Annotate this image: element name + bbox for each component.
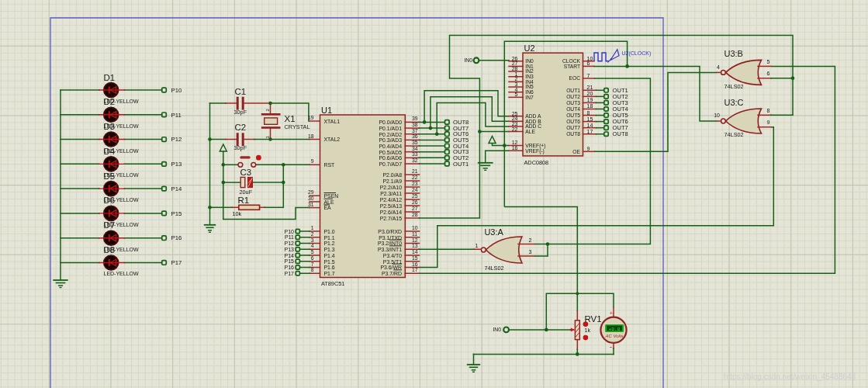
svg-text:36: 36 — [412, 133, 418, 139]
svg-text:IN7: IN7 — [525, 95, 534, 100]
svg-text:XTAL2: XTAL2 — [324, 137, 341, 142]
svg-text:4: 4 — [311, 243, 314, 248]
svg-text:17: 17 — [587, 129, 593, 134]
svg-text:P11: P11 — [285, 234, 294, 240]
svg-text:1: 1 — [475, 243, 479, 248]
svg-text:P1.3: P1.3 — [324, 247, 335, 252]
svg-text:D8: D8 — [104, 245, 116, 255]
svg-text:P0.2/AD2: P0.2/AD2 — [379, 132, 403, 137]
svg-text:22: 22 — [412, 175, 418, 180]
svg-text:OUT7: OUT7 — [566, 125, 580, 130]
svg-text:PSEN: PSEN — [324, 193, 339, 199]
svg-text:32: 32 — [412, 158, 418, 163]
svg-text:P10: P10 — [171, 87, 183, 94]
svg-text:OUT4: OUT4 — [566, 106, 580, 112]
svg-text:OUT1: OUT1 — [453, 161, 469, 168]
svg-text:74LS02: 74LS02 — [484, 265, 503, 272]
svg-text:P14: P14 — [285, 253, 295, 258]
svg-text:10: 10 — [714, 113, 720, 118]
svg-text:P0.4/AD4: P0.4/AD4 — [379, 144, 403, 149]
svg-text:11: 11 — [412, 231, 417, 237]
svg-text:74LS02: 74LS02 — [724, 83, 744, 90]
svg-text:29: 29 — [308, 189, 314, 195]
svg-text:EA: EA — [324, 205, 332, 210]
svg-text:30: 30 — [308, 196, 314, 201]
svg-text:5: 5 — [515, 92, 518, 97]
svg-text:U1: U1 — [321, 106, 332, 115]
svg-text:https;//blog.csdn.net/weixin_4: https;//blog.csdn.net/weixin_45488643 — [724, 372, 856, 381]
svg-text:VREF(-): VREF(-) — [525, 148, 545, 154]
svg-text:P17: P17 — [171, 259, 182, 266]
svg-text:P0.7/AD7: P0.7/AD7 — [379, 161, 403, 167]
svg-text:8: 8 — [767, 108, 770, 113]
svg-text:IN0: IN0 — [464, 57, 472, 63]
svg-text:6: 6 — [311, 255, 314, 261]
svg-text:RV1: RV1 — [585, 314, 602, 324]
svg-text:3: 3 — [311, 237, 314, 243]
svg-text:P3.1/TXD: P3.1/TXD — [379, 235, 402, 241]
svg-text:P2.4/A12: P2.4/A12 — [380, 197, 403, 203]
svg-text:18: 18 — [587, 103, 593, 109]
svg-text:P0.5/AD5: P0.5/AD5 — [379, 150, 403, 155]
svg-text:20uF: 20uF — [240, 189, 253, 196]
svg-text:OE: OE — [572, 149, 580, 154]
svg-text:P1.4: P1.4 — [324, 253, 335, 258]
svg-text:P2.3/A11: P2.3/A11 — [380, 191, 402, 196]
svg-text:7: 7 — [311, 262, 314, 267]
svg-text:9: 9 — [587, 146, 590, 151]
svg-text:C3: C3 — [240, 168, 252, 177]
svg-text:P3.4/T0: P3.4/T0 — [383, 253, 402, 258]
svg-text:OUT6: OUT6 — [566, 119, 580, 124]
svg-text:P1.7: P1.7 — [324, 271, 335, 276]
svg-text:START: START — [564, 64, 580, 69]
svg-text:EOC: EOC — [569, 75, 581, 81]
svg-text:P1.2: P1.2 — [324, 241, 335, 246]
svg-text:D6: D6 — [104, 196, 116, 205]
svg-text:P0.3/AD3: P0.3/AD3 — [379, 137, 403, 143]
svg-text:-: - — [610, 342, 612, 351]
svg-text:P17: P17 — [285, 271, 295, 276]
svg-text:U3:A: U3:A — [484, 227, 503, 237]
svg-text:74LS02: 74LS02 — [724, 131, 744, 138]
svg-text:9: 9 — [767, 120, 770, 125]
svg-text:1: 1 — [311, 225, 314, 230]
svg-text:P1.6: P1.6 — [324, 265, 335, 270]
svg-text:P3.3/INT1: P3.3/INT1 — [378, 247, 402, 252]
svg-text:10k: 10k — [233, 210, 242, 217]
svg-text:35: 35 — [412, 140, 418, 145]
svg-text:P0.1/AD1: P0.1/AD1 — [379, 126, 403, 131]
svg-text:R1: R1 — [238, 196, 250, 205]
svg-text:24: 24 — [412, 187, 418, 192]
svg-text:14: 14 — [412, 249, 418, 255]
svg-text:P2.6/A14: P2.6/A14 — [380, 210, 403, 215]
svg-text:34: 34 — [412, 146, 418, 151]
svg-text:LED-YELLOW: LED-YELLOW — [104, 271, 140, 276]
svg-text:20: 20 — [587, 91, 593, 96]
svg-text:21: 21 — [587, 85, 593, 90]
svg-text:D1: D1 — [104, 73, 116, 82]
svg-text:C2: C2 — [235, 123, 247, 132]
svg-text:13: 13 — [412, 243, 418, 248]
svg-text:P3.2/INT0: P3.2/INT0 — [378, 241, 402, 246]
svg-text:C1: C1 — [235, 87, 247, 96]
svg-text:IN0: IN0 — [493, 327, 501, 332]
svg-text:P2.1/A9: P2.1/A9 — [382, 178, 402, 184]
svg-text:2: 2 — [529, 237, 532, 243]
svg-text:OUT2: OUT2 — [566, 94, 580, 99]
svg-text:P12: P12 — [171, 136, 182, 143]
svg-text:37: 37 — [412, 128, 418, 133]
svg-text:OUT8: OUT8 — [613, 130, 628, 137]
svg-text:D4: D4 — [104, 147, 116, 156]
svg-text:19: 19 — [308, 115, 314, 120]
svg-text:30pF: 30pF — [234, 109, 247, 116]
svg-text:17: 17 — [412, 267, 418, 272]
svg-text:P3.0/RXD: P3.0/RXD — [378, 229, 402, 234]
svg-text:8: 8 — [587, 110, 590, 116]
svg-text:P16: P16 — [285, 265, 295, 270]
svg-text:15: 15 — [412, 255, 418, 261]
svg-text:5: 5 — [767, 59, 770, 64]
svg-text:P3.7/RD: P3.7/RD — [382, 271, 402, 276]
svg-text:P2.5/A13: P2.5/A13 — [380, 203, 403, 209]
svg-text:P3.5/T1: P3.5/T1 — [383, 259, 402, 265]
svg-text:AT89C51: AT89C51 — [321, 280, 344, 287]
